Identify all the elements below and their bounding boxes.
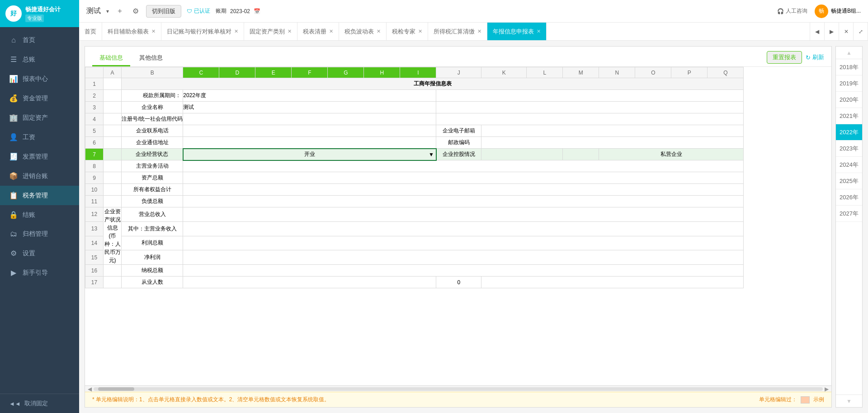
year-item-2022[interactable]: 2022年 bbox=[836, 124, 862, 141]
year-item-2026[interactable]: 2026年 bbox=[836, 189, 862, 206]
sidebar-item-closing[interactable]: 🔒 结账 bbox=[0, 205, 79, 225]
table-row: 11 负债总额 bbox=[85, 196, 744, 207]
tab-next-btn[interactable]: ▶ bbox=[825, 23, 839, 41]
sidebar-item-fund[interactable]: 💰 资金管理 bbox=[0, 89, 79, 108]
tab-close-tax-burden[interactable]: ✕ bbox=[377, 28, 381, 34]
scroll-left-btn[interactable]: ◀ bbox=[86, 386, 94, 392]
cell-14-c[interactable] bbox=[183, 236, 744, 250]
tab-close-journal-bank[interactable]: ✕ bbox=[234, 28, 238, 34]
year-item-2024[interactable]: 2024年 bbox=[836, 157, 862, 173]
cell-7-c[interactable]: 开业 ▼ bbox=[183, 149, 436, 160]
cell-11-b: 负债总额 bbox=[122, 196, 183, 207]
cell-17-c[interactable] bbox=[183, 277, 436, 288]
tab-home[interactable]: 首页 bbox=[79, 23, 102, 41]
year-item-2027[interactable]: 2027年 bbox=[836, 206, 862, 222]
tab-close-aux-balance[interactable]: ✕ bbox=[151, 28, 156, 34]
sidebar-item-purchase-sale[interactable]: 📦 进销台账 bbox=[0, 166, 79, 186]
cell-8-c[interactable] bbox=[183, 160, 744, 172]
year-item-2018[interactable]: 2018年 bbox=[836, 59, 862, 75]
cell-6-k[interactable] bbox=[481, 137, 744, 149]
cell-13-c[interactable] bbox=[183, 221, 744, 236]
sidebar-collapse-btn[interactable]: ◄◄ 取消固定 bbox=[0, 394, 79, 413]
year-scroll-up-btn[interactable]: ▲ bbox=[836, 47, 862, 59]
sidebar-item-settings[interactable]: ⚙ 设置 bbox=[0, 244, 79, 263]
cell-7-a bbox=[104, 149, 122, 160]
sub-tab-other[interactable]: 其他信息 bbox=[132, 51, 170, 66]
year-item-2019[interactable]: 2019年 bbox=[836, 75, 862, 92]
tab-income-tax[interactable]: 所得税汇算清缴 ✕ bbox=[428, 23, 487, 41]
cell-2-c[interactable]: 2022年度 bbox=[183, 90, 436, 102]
cell-16-c[interactable] bbox=[183, 265, 744, 277]
tab-close-income-tax[interactable]: ✕ bbox=[477, 28, 481, 34]
cell-3-c[interactable]: 测试 bbox=[183, 102, 436, 113]
tab-fixed-assets-type[interactable]: 固定资产类别 ✕ bbox=[244, 23, 297, 41]
cell-3-j bbox=[436, 102, 744, 113]
sidebar-item-fixed-assets[interactable]: 🏢 固定资产 bbox=[0, 108, 79, 127]
purchase-sale-icon: 📦 bbox=[9, 172, 18, 180]
year-item-2023[interactable]: 2023年 bbox=[836, 141, 862, 157]
cell-10-c[interactable] bbox=[183, 184, 744, 196]
col-header-l: L bbox=[527, 67, 563, 78]
spreadsheet-wrapper[interactable]: A B C D E F G H I J K L bbox=[85, 67, 831, 385]
cell-10-a bbox=[104, 184, 122, 196]
cell-13-b: 其中：主营业务收入 bbox=[122, 221, 183, 236]
reset-report-btn[interactable]: 重置报表 bbox=[767, 51, 802, 64]
sidebar-item-guide[interactable]: ▶ 新手引导 bbox=[0, 263, 79, 282]
sidebar-item-report[interactable]: 📊 报表中心 bbox=[0, 69, 79, 89]
tab-expand-btn[interactable]: ⤢ bbox=[854, 23, 868, 41]
cell-15-c[interactable] bbox=[183, 250, 744, 265]
cell-12-b: 营业总收入 bbox=[122, 207, 183, 222]
calendar-icon[interactable]: 📅 bbox=[254, 8, 260, 14]
cell-6-c[interactable] bbox=[183, 137, 436, 149]
col-header-i: I bbox=[400, 67, 436, 78]
tab-tax-expert[interactable]: 税检专家 ✕ bbox=[387, 23, 428, 41]
sidebar-item-ledger[interactable]: ☰ 总账 bbox=[0, 50, 79, 69]
sidebar-item-tax[interactable]: 📋 税务管理 bbox=[0, 186, 79, 205]
year-item-2020[interactable]: 2020年 bbox=[836, 92, 862, 108]
dropdown-arrow-icon: ▼ bbox=[429, 151, 434, 158]
tab-close-annual-report[interactable]: ✕ bbox=[537, 28, 541, 34]
sidebar-item-home[interactable]: ⌂ 首页 bbox=[0, 31, 79, 50]
col-header-m: M bbox=[563, 67, 599, 78]
year-scroll-down-btn[interactable]: ▼ bbox=[836, 394, 862, 407]
sub-tab-basic[interactable]: 基础信息 bbox=[92, 51, 130, 66]
cell-9-c[interactable] bbox=[183, 172, 744, 184]
tab-prev-btn[interactable]: ◀ bbox=[810, 23, 825, 41]
sidebar-item-payroll[interactable]: 👤 工资 bbox=[0, 127, 79, 147]
add-module-btn[interactable]: ＋ bbox=[114, 5, 125, 18]
refresh-btn[interactable]: ↻ 刷新 bbox=[806, 53, 824, 61]
year-item-2025[interactable]: 2025年 bbox=[836, 173, 862, 189]
tab-close-fixed-assets[interactable]: ✕ bbox=[288, 28, 292, 34]
tab-close-tax-return[interactable]: ✕ bbox=[329, 28, 333, 34]
table-row: 17 从业人数 0 bbox=[85, 277, 744, 288]
cell-11-c[interactable] bbox=[183, 196, 744, 207]
cell-5-k[interactable] bbox=[481, 125, 744, 137]
scroll-thumb[interactable] bbox=[98, 387, 134, 391]
module-dropdown-icon[interactable]: ▾ bbox=[106, 8, 109, 14]
tab-close-tax-expert[interactable]: ✕ bbox=[418, 28, 422, 34]
scroll-right-btn[interactable]: ▶ bbox=[823, 386, 830, 392]
cell-17-j[interactable]: 0 bbox=[436, 277, 481, 288]
horizontal-scrollbar[interactable]: ◀ ▶ bbox=[85, 385, 831, 392]
tab-annual-report[interactable]: 年报信息申报表 ✕ bbox=[487, 23, 547, 41]
year-item-2021[interactable]: 2021年 bbox=[836, 108, 862, 124]
settings-btn[interactable]: ⚙ bbox=[131, 5, 141, 17]
cell-7-n[interactable]: 私营企业 bbox=[599, 149, 744, 160]
cell-4-c[interactable] bbox=[183, 113, 436, 125]
cell-2-j bbox=[436, 90, 744, 102]
tab-tax-return[interactable]: 税表清册 ✕ bbox=[297, 23, 339, 41]
switch-old-version-btn[interactable]: 切到旧版 bbox=[146, 5, 181, 18]
cell-12-c[interactable] bbox=[183, 207, 744, 222]
tab-close-all-btn[interactable]: ✕ bbox=[839, 23, 854, 41]
sidebar-item-archive[interactable]: 🗂 归档管理 bbox=[0, 225, 79, 244]
help-btn[interactable]: 🎧 人工咨询 bbox=[777, 7, 807, 15]
sidebar-item-invoice[interactable]: 🧾 发票管理 bbox=[0, 147, 79, 166]
user-menu-btn[interactable]: 畅 畅捷通B组... bbox=[815, 5, 861, 18]
table-row: 10 所有者权益合计 bbox=[85, 184, 744, 196]
cell-5-c[interactable] bbox=[183, 125, 436, 137]
tab-aux-balance[interactable]: 科目辅助余额表 ✕ bbox=[102, 23, 161, 41]
cell-1-title[interactable]: 工商年报信息表 bbox=[122, 78, 744, 90]
tab-journal-bank[interactable]: 日记账与银行对账单核对 ✕ bbox=[161, 23, 244, 41]
tab-tax-burden[interactable]: 税负波动表 ✕ bbox=[339, 23, 387, 41]
cell-7-k[interactable] bbox=[481, 149, 563, 160]
